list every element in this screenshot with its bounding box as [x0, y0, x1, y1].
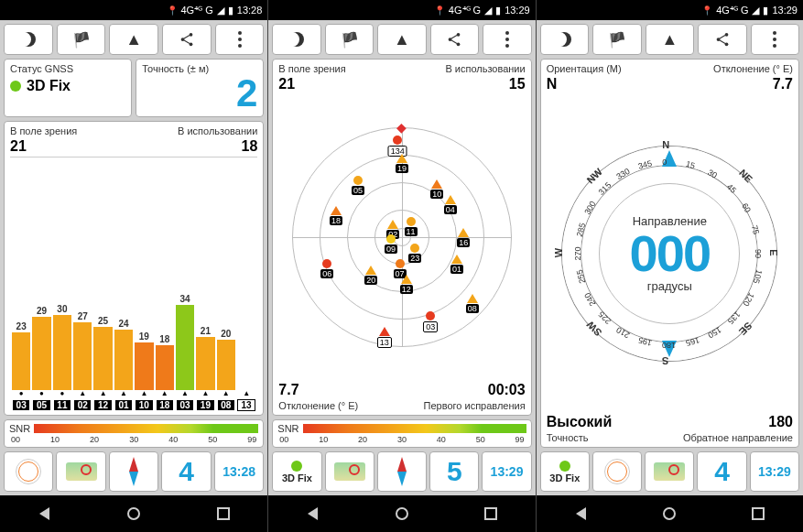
- tab-skyplot[interactable]: [592, 451, 642, 492]
- flag-icon: 🏴‍: [72, 31, 91, 49]
- satellite-marker: [410, 244, 419, 253]
- tab-compass[interactable]: [377, 451, 427, 492]
- accuracy-card[interactable]: Точность (± м) 2: [136, 59, 264, 117]
- compass-rose: Направление 000 градусы NNEESESSWWNW3450…: [555, 139, 784, 368]
- home-button[interactable]: [123, 503, 145, 525]
- share-button[interactable]: [430, 24, 479, 55]
- fix-indicator-icon: [559, 461, 570, 472]
- inview-label: В поле зрения: [278, 63, 345, 74]
- screen-compass: 4G⁴ᴳ G ◢ ▮ 13:29 🏴 ▲ Ориентация (M) Откл…: [536, 0, 803, 532]
- moon-icon: [289, 32, 304, 47]
- declination-value: 7.7: [278, 382, 298, 398]
- compass-card[interactable]: Ориентация (M) Отклонение (° E) N 7.7 На…: [540, 59, 799, 448]
- status-bar: 4G⁴ᴳ G ◢ ▮ 13:28: [0, 0, 267, 20]
- menu-button[interactable]: [215, 24, 265, 55]
- map-icon: [334, 462, 365, 481]
- flag-button[interactable]: 🏴: [325, 24, 374, 55]
- tab-map[interactable]: [325, 451, 374, 492]
- satellite-marker: [322, 259, 331, 268]
- tab-time[interactable]: 13:29: [750, 451, 799, 492]
- tab-accuracy[interactable]: 5: [429, 451, 479, 492]
- satellite-marker: [396, 259, 405, 268]
- svg-line-9: [451, 40, 457, 44]
- satellite-label: 16: [457, 238, 470, 247]
- toolbar: 🏴 ▲: [268, 20, 535, 59]
- back-button[interactable]: [302, 503, 324, 525]
- bottom-tabs: 3D Fix 4 13:29: [540, 451, 799, 495]
- tab-map[interactable]: [56, 451, 105, 492]
- nav-button[interactable]: ▲: [377, 24, 426, 55]
- home-button[interactable]: [658, 503, 680, 525]
- screen-signal: 4G⁴ᴳ G ◢ ▮ 13:28 🏴‍ ▲ Статус GNSS 3D Fix…: [0, 0, 267, 532]
- menu-button[interactable]: [483, 24, 531, 55]
- skyplot-card[interactable]: В поле зрения В использовании 21 15 ◆ 13…: [272, 59, 531, 416]
- gnss-status-card[interactable]: Статус GNSS 3D Fix: [4, 59, 132, 117]
- tab-time[interactable]: 13:29: [482, 451, 531, 492]
- declination-value: 7.7: [773, 76, 793, 92]
- screen-skyplot: 4G⁴ᴳ G ◢ ▮ 13:29 🏴 ▲ В поле зрения В исп…: [267, 0, 535, 532]
- back-button[interactable]: [570, 503, 591, 525]
- bar-col: 21▲19: [196, 326, 214, 411]
- svg-line-8: [451, 36, 457, 39]
- snr-legend-card: SNR 00102030405099: [272, 419, 531, 448]
- arrow-icon: ▲: [125, 30, 142, 49]
- moon-icon: [557, 32, 571, 47]
- android-nav-bar: [537, 495, 803, 532]
- tab-accuracy[interactable]: 4: [161, 451, 211, 492]
- svg-line-3: [183, 36, 189, 39]
- clock: 13:29: [772, 5, 798, 16]
- tab-time[interactable]: 13:28: [214, 451, 264, 492]
- inuse-label: В использовании: [445, 63, 525, 74]
- status-bar: 4G⁴ᴳ G ◢ ▮ 13:29: [537, 0, 803, 20]
- nav-button[interactable]: ▲: [646, 24, 694, 55]
- recents-button[interactable]: [480, 503, 502, 525]
- flag-button[interactable]: 🏴‍: [57, 24, 106, 55]
- tab-compass[interactable]: [109, 451, 158, 492]
- menu-icon: [238, 31, 242, 48]
- home-button[interactable]: [391, 503, 413, 525]
- back-icon: [39, 507, 49, 520]
- battery-icon: ▮: [495, 5, 501, 16]
- accuracy-value: 2: [142, 74, 257, 113]
- reverse-heading-label: Обратное направление: [683, 432, 793, 443]
- compass-needle-icon: [129, 457, 138, 486]
- share-button[interactable]: [698, 24, 746, 55]
- satellite-marker: [445, 195, 456, 204]
- satellites-chart-card[interactable]: В поле зрения В использовании 21 18 23●0…: [4, 121, 264, 416]
- tab-map[interactable]: [645, 451, 694, 492]
- night-mode-button[interactable]: [540, 24, 589, 55]
- fix-indicator-icon: [291, 461, 302, 472]
- night-mode-button[interactable]: [4, 24, 53, 55]
- tab-fix[interactable]: 3D Fix: [540, 451, 590, 492]
- bar-col: 25▲12: [93, 316, 112, 411]
- location-icon: [167, 5, 178, 16]
- compass-needle-icon: [397, 457, 407, 486]
- share-button[interactable]: [162, 24, 212, 55]
- flag-button[interactable]: 🏴: [592, 24, 641, 55]
- back-button[interactable]: [34, 503, 56, 525]
- recents-icon: [217, 507, 230, 520]
- orientation-label: Ориентация (M): [547, 63, 622, 74]
- tab-skyplot[interactable]: [4, 451, 53, 492]
- nav-button[interactable]: ▲: [109, 24, 158, 55]
- compass-dir-n: N: [662, 139, 669, 150]
- ttff-value: 00:03: [488, 382, 526, 398]
- recents-button[interactable]: [212, 503, 234, 525]
- compass-dir-e: E: [768, 249, 779, 255]
- tab-fix[interactable]: 3D Fix: [272, 451, 321, 492]
- compass-dir-s: S: [662, 355, 668, 366]
- recents-button[interactable]: [747, 503, 769, 525]
- inview-value: 21: [278, 76, 295, 92]
- recents-icon: [752, 507, 765, 520]
- night-mode-button[interactable]: [272, 24, 320, 55]
- svg-point-7: [457, 42, 461, 46]
- tab-accuracy[interactable]: 4: [697, 451, 746, 492]
- toolbar: 🏴 ▲: [537, 20, 803, 59]
- menu-button[interactable]: [751, 24, 799, 55]
- bottom-tabs: 3D Fix 5 13:29: [272, 451, 531, 495]
- svg-point-6: [457, 33, 461, 37]
- svg-line-14: [719, 40, 724, 44]
- inuse-value: 15: [509, 76, 526, 92]
- satellite-marker: [407, 217, 416, 226]
- svg-line-4: [183, 40, 189, 44]
